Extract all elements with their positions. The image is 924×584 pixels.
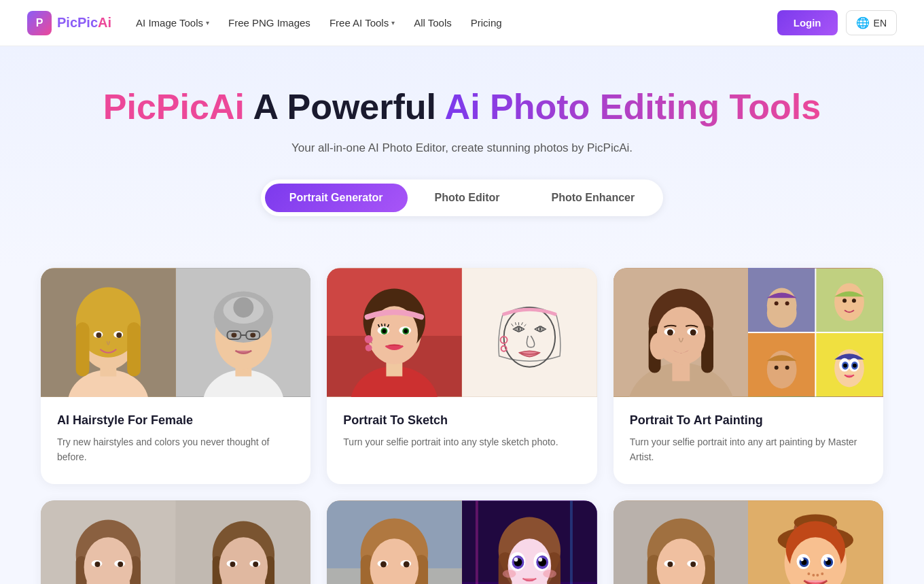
svg-point-43: [365, 335, 373, 343]
nav-menu: AI Image Tools ▾ Free PNG Images Free AI…: [136, 17, 502, 29]
card-image-anime-before: [327, 500, 462, 584]
svg-point-78: [834, 283, 864, 321]
nav-ai-image-tools[interactable]: AI Image Tools ▾: [136, 17, 209, 29]
card-image-ai-hairstyle: [41, 268, 310, 397]
svg-point-107: [118, 562, 123, 567]
card-image-filter-mid: [176, 500, 311, 584]
svg-point-157: [543, 570, 556, 578]
card-image-art-collage: [748, 268, 883, 397]
svg-point-75: [775, 301, 779, 305]
card-image-portrait-art: [614, 268, 883, 397]
card-content-portrait-art: Portrait To Art Painting Turn your selfi…: [614, 397, 883, 484]
svg-point-10: [96, 332, 101, 338]
logo-brand-1: PicPic: [57, 15, 98, 30]
tab-photo-editor[interactable]: Photo Editor: [410, 184, 525, 212]
logo-brand-2: Ai: [98, 15, 111, 30]
svg-point-19: [233, 297, 253, 317]
nav-left: P PicPicAi AI Image Tools ▾ Free PNG Ima…: [27, 11, 502, 35]
navbar: P PicPicAi AI Image Tools ▾ Free PNG Ima…: [0, 0, 924, 46]
svg-point-76: [785, 301, 789, 305]
card-title-portrait-sketch: Portrait To Sketch: [343, 413, 580, 428]
svg-rect-140: [570, 500, 573, 584]
svg-point-188: [825, 557, 828, 561]
svg-point-49: [517, 328, 520, 330]
svg-point-192: [821, 572, 824, 575]
nav-free-ai-tools[interactable]: Free AI Tools ▾: [330, 17, 395, 29]
svg-point-80: [852, 298, 856, 303]
logo-text: PicPicAi: [57, 15, 111, 31]
card-image-portrait-real: [614, 268, 749, 397]
svg-point-190: [813, 573, 815, 576]
card-image-cartoon-before: [614, 500, 749, 584]
card-desc-ai-hairstyle: Try new hairstyles and colors you never …: [57, 434, 294, 465]
svg-point-187: [800, 557, 804, 561]
hero-section: PicPicAi A Powerful Ai Photo Editing Too…: [0, 46, 924, 268]
hero-subtitle: Your all-in-one AI Photo Editor, create …: [14, 141, 910, 155]
card-ai-portrait-filter: AI Portrait Filter Apply stunning AI fil…: [41, 500, 310, 584]
svg-point-69: [667, 329, 673, 335]
card-image-before: [41, 268, 176, 397]
hero-gradient-text: Ai Photo Editing Tools: [445, 87, 821, 126]
card-image-anime-after: [462, 500, 597, 584]
cards-grid: AI Hairstyle For Female Try new hairstyl…: [41, 268, 883, 584]
cards-section: AI Hairstyle For Female Try new hairstyl…: [0, 268, 924, 584]
svg-point-70: [690, 329, 696, 335]
logo-icon: P: [27, 11, 52, 35]
tabs: Portrait Generator Photo Editor Photo En…: [261, 179, 663, 216]
language-selector[interactable]: 🌐 EN: [846, 10, 897, 35]
nav-pricing[interactable]: Pricing: [471, 17, 502, 29]
svg-point-84: [785, 365, 789, 369]
card-portrait-art: Portrait To Art Painting Turn your selfi…: [614, 268, 883, 484]
svg-rect-6: [76, 322, 90, 376]
card-image-anime: [327, 500, 597, 584]
logo[interactable]: P PicPicAi: [27, 11, 111, 35]
svg-rect-139: [476, 500, 478, 584]
svg-point-71: [650, 332, 669, 360]
svg-line-40: [382, 324, 383, 326]
tabs-container: Portrait Generator Photo Editor Photo En…: [14, 179, 910, 216]
svg-point-155: [538, 557, 542, 562]
card-cartoon-portrait: AI Cartoon Portrait Turn your selfie int…: [614, 500, 883, 584]
tab-portrait-generator[interactable]: Portrait Generator: [265, 184, 408, 212]
svg-point-44: [366, 345, 372, 351]
card-desc-portrait-art: Turn your selfie portrait into any art p…: [630, 434, 867, 465]
card-image-after: [176, 268, 311, 397]
svg-point-23: [231, 332, 236, 337]
svg-point-119: [230, 562, 235, 567]
nav-all-tools[interactable]: All Tools: [414, 17, 452, 29]
svg-point-170: [690, 562, 696, 567]
svg-point-133: [380, 561, 387, 567]
svg-rect-74: [767, 298, 797, 328]
card-image-filter-before: [41, 500, 176, 584]
svg-point-169: [667, 562, 673, 567]
svg-point-79: [842, 298, 847, 303]
card-image-portrait-sketch: [327, 268, 597, 397]
card-image-cartoon-after: [748, 500, 883, 584]
card-image-ai-filter: [41, 500, 310, 584]
svg-point-120: [253, 562, 258, 567]
card-anime-portrait: AI Anime Portrait Transform your selfie …: [327, 500, 597, 584]
chevron-down-icon-2: ▾: [391, 19, 395, 27]
svg-point-50: [539, 328, 541, 330]
login-button[interactable]: Login: [777, 10, 838, 35]
svg-point-191: [817, 573, 819, 576]
svg-point-91: [843, 363, 847, 367]
card-image-cartoon: [614, 500, 883, 584]
tab-photo-enhancer[interactable]: Photo Enhancer: [527, 184, 660, 212]
svg-rect-7: [127, 322, 141, 376]
svg-point-38: [404, 329, 408, 333]
svg-point-156: [503, 570, 516, 578]
svg-point-154: [514, 557, 518, 562]
svg-point-24: [250, 332, 255, 337]
nav-right: Login 🌐 EN: [777, 10, 897, 35]
card-portrait-sketch: Portrait To Sketch Turn your selfie port…: [327, 268, 597, 484]
svg-point-92: [853, 363, 857, 367]
globe-icon: 🌐: [856, 16, 870, 29]
card-title-portrait-art: Portrait To Art Painting: [630, 413, 867, 428]
card-image-portrait-photo: [327, 268, 462, 397]
svg-point-189: [808, 572, 811, 575]
hero-title: PicPicAi A Powerful Ai Photo Editing Too…: [14, 87, 910, 128]
nav-free-png[interactable]: Free PNG Images: [228, 17, 310, 29]
svg-point-106: [94, 562, 100, 567]
svg-point-11: [116, 332, 122, 338]
